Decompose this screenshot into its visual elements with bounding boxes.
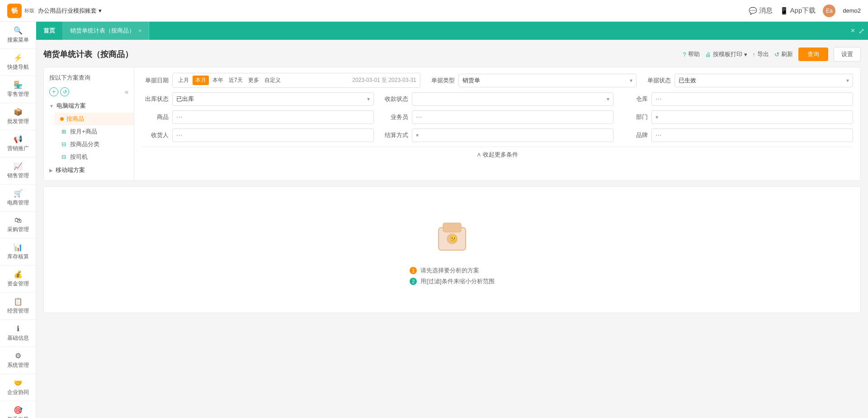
filter-receive-field: 收款状态 ▾ bbox=[381, 92, 613, 106]
scheme-item-month-goods[interactable]: ⊞ 按月+商品 bbox=[55, 125, 134, 138]
sidebar-label-marketing: 营销推广 bbox=[7, 145, 29, 152]
scheme-refresh-btn[interactable]: ↺ bbox=[60, 87, 69, 96]
date-btn-thismonth[interactable]: 本月 bbox=[193, 76, 209, 85]
sidebar-item-search[interactable]: 🔍 搜索菜单 bbox=[0, 22, 36, 49]
scheme-collapse-btn[interactable]: « bbox=[125, 88, 128, 95]
brand-label: 品牌 bbox=[621, 131, 648, 139]
industry-select[interactable]: 办公用品行业模拟账套 ▾ bbox=[38, 7, 102, 15]
sidebar-item-marketing[interactable]: 📢 营销推广 bbox=[0, 130, 36, 157]
sidebar-item-operation[interactable]: 📋 经营管理 bbox=[0, 293, 36, 320]
filter-fields: 单据日期 上月 本月 本年 近7天 更多 自定义 bbox=[134, 67, 860, 180]
warehouse-control[interactable]: ··· bbox=[651, 92, 853, 106]
scheme-group-pc-label: 电脑端方案 bbox=[57, 102, 86, 110]
query-button[interactable]: 查询 bbox=[798, 48, 828, 61]
empty-state: 😕 1 请先选择要分析的方案 2 用[过滤]条件来缩小分析范围 bbox=[43, 186, 861, 313]
type-control[interactable]: 销货单 ▾ bbox=[458, 74, 637, 87]
app-label: App下载 bbox=[790, 6, 816, 15]
scheme-panel: 按以下方案查询 + ↺ « ▼ bbox=[44, 67, 134, 180]
sidebar-item-guide[interactable]: 🎯 新手引导 bbox=[0, 401, 36, 418]
date-btn-lastmonth[interactable]: 上月 bbox=[176, 76, 191, 85]
date-control[interactable]: 上月 本月 本年 近7天 更多 自定义 2023-03-01 至 2023-03… bbox=[172, 73, 420, 88]
sidebar-item-inventory[interactable]: 📊 库存核算 bbox=[0, 238, 36, 266]
sidebar-item-ecommerce[interactable]: 🛒 电商管理 bbox=[0, 185, 36, 212]
search-icon: 🔍 bbox=[14, 26, 23, 35]
sidebar-label-finance: 资金管理 bbox=[7, 280, 29, 288]
scheme-group-mobile-header[interactable]: ▶ 移动端方案 bbox=[44, 163, 134, 177]
basic-icon: ℹ bbox=[17, 324, 19, 333]
brand-control[interactable]: ··· bbox=[651, 128, 853, 142]
panel-body: 按以下方案查询 + ↺ « ▼ bbox=[44, 67, 860, 180]
industry-name: 办公用品行业模拟账套 bbox=[38, 7, 97, 15]
sidebar-item-purchase[interactable]: 🛍 采购管理 bbox=[0, 212, 36, 238]
collapse-btn[interactable]: ∧ 收起更多条件 bbox=[142, 147, 853, 162]
tip-num-2: 2 bbox=[410, 278, 417, 285]
sidebar-item-system[interactable]: ⚙ 系统管理 bbox=[0, 347, 36, 374]
date-btn-thisyear[interactable]: 本年 bbox=[211, 76, 225, 85]
sidebar: 🔍 搜索菜单 ⚡ 快捷导航 🏪 零售管理 📦 批发管理 📢 营销推广 📈 销售管… bbox=[0, 22, 36, 418]
staff-control[interactable]: ··· bbox=[412, 110, 613, 124]
scheme-items-pc: 按商品 ⊞ 按月+商品 ⊟ 按商品分类 bbox=[44, 113, 134, 163]
out-value: 已出库 bbox=[176, 95, 194, 103]
sidebar-item-finance[interactable]: 💰 资金管理 bbox=[0, 266, 36, 293]
date-btn-custom[interactable]: 自定义 bbox=[263, 76, 283, 85]
date-btn-7days[interactable]: 近7天 bbox=[227, 76, 245, 85]
collab-icon: 🤝 bbox=[14, 379, 23, 387]
tab-sales-stat[interactable]: 销货单统计表（按商品） × bbox=[63, 22, 149, 40]
scheme-item-driver[interactable]: ⊟ 按司机 bbox=[55, 151, 134, 163]
date-btn-more[interactable]: 更多 bbox=[246, 76, 261, 85]
print-btn[interactable]: 🖨 按模板打印 ▾ bbox=[705, 50, 747, 58]
filter-brand-field: 品牌 ··· bbox=[621, 128, 853, 142]
tab-close-btn[interactable]: × bbox=[851, 27, 855, 35]
goods-control[interactable]: ··· bbox=[172, 110, 374, 124]
filter-date-field: 单据日期 上月 本月 本年 近7天 更多 自定义 bbox=[142, 73, 420, 88]
sidebar-item-basic[interactable]: ℹ 基础信息 bbox=[0, 320, 36, 347]
filter-payment-field: 结算方式 ▾ bbox=[381, 128, 613, 142]
dept-control[interactable]: ▾ bbox=[651, 110, 853, 124]
tab-home-label: 首页 bbox=[43, 27, 55, 35]
tab-home[interactable]: 首页 bbox=[36, 22, 63, 40]
sidebar-label-inventory: 库存核算 bbox=[7, 253, 29, 261]
receiver-control[interactable]: ··· bbox=[172, 128, 374, 142]
sidebar-item-collab[interactable]: 🤝 企业协同 bbox=[0, 374, 36, 401]
sidebar-label-sales: 销售管理 bbox=[7, 172, 29, 180]
message-action[interactable]: 💬 消息 bbox=[749, 6, 773, 15]
guide-icon: 🎯 bbox=[14, 406, 23, 414]
retail-icon: 🏪 bbox=[14, 81, 23, 89]
sidebar-item-nav[interactable]: ⚡ 快捷导航 bbox=[0, 49, 36, 76]
receive-control[interactable]: ▾ bbox=[412, 92, 613, 106]
sales-icon: 📈 bbox=[14, 162, 23, 171]
receive-label: 收款状态 bbox=[381, 95, 408, 103]
receive-arrow: ▾ bbox=[607, 96, 609, 102]
payment-control[interactable]: ▾ bbox=[412, 128, 613, 142]
nav-icon: ⚡ bbox=[14, 53, 23, 62]
sidebar-label-retail: 零售管理 bbox=[7, 90, 29, 98]
warehouse-label: 仓库 bbox=[621, 95, 648, 103]
status-label: 单据状态 bbox=[644, 76, 671, 85]
collapse-label: ∧ 收起更多条件 bbox=[476, 151, 519, 159]
active-dot bbox=[60, 117, 64, 121]
scheme-item-by-goods[interactable]: 按商品 bbox=[55, 113, 134, 125]
scheme-item-month-goods-label: 按月+商品 bbox=[70, 128, 97, 136]
staff-dots: ··· bbox=[416, 113, 422, 121]
scheme-group-pc-header[interactable]: ▼ 电脑端方案 bbox=[44, 99, 134, 113]
app-download-action[interactable]: 📱 App下载 bbox=[780, 6, 816, 15]
help-btn[interactable]: ? 帮助 bbox=[683, 50, 699, 58]
sidebar-item-retail[interactable]: 🏪 零售管理 bbox=[0, 76, 36, 103]
scheme-group-mobile-label: 移动端方案 bbox=[56, 166, 85, 174]
status-control[interactable]: 已生效 ▾ bbox=[675, 74, 853, 87]
status-arrow: ▾ bbox=[846, 77, 849, 84]
setting-button[interactable]: 设置 bbox=[834, 47, 861, 62]
tab-close-icon[interactable]: × bbox=[138, 28, 142, 34]
scheme-group-arrow-down: ▼ bbox=[49, 104, 54, 109]
refresh-icon: ↺ bbox=[774, 51, 779, 58]
scheme-add-btn[interactable]: + bbox=[49, 87, 58, 96]
out-control[interactable]: 已出库 ▾ bbox=[172, 92, 374, 106]
sidebar-item-sales[interactable]: 📈 销售管理 bbox=[0, 157, 36, 185]
refresh-btn[interactable]: ↺ 刷新 bbox=[774, 50, 793, 58]
scheme-panel-header: 按以下方案查询 bbox=[44, 71, 134, 85]
scheme-item-category[interactable]: ⊟ 按商品分类 bbox=[55, 138, 134, 151]
tab-expand-btn[interactable]: ⤢ bbox=[859, 27, 864, 35]
export-btn[interactable]: ↑ 导出 bbox=[753, 50, 769, 58]
sidebar-item-wholesale[interactable]: 📦 批发管理 bbox=[0, 103, 36, 130]
filter-status-field: 单据状态 已生效 ▾ bbox=[644, 74, 853, 87]
